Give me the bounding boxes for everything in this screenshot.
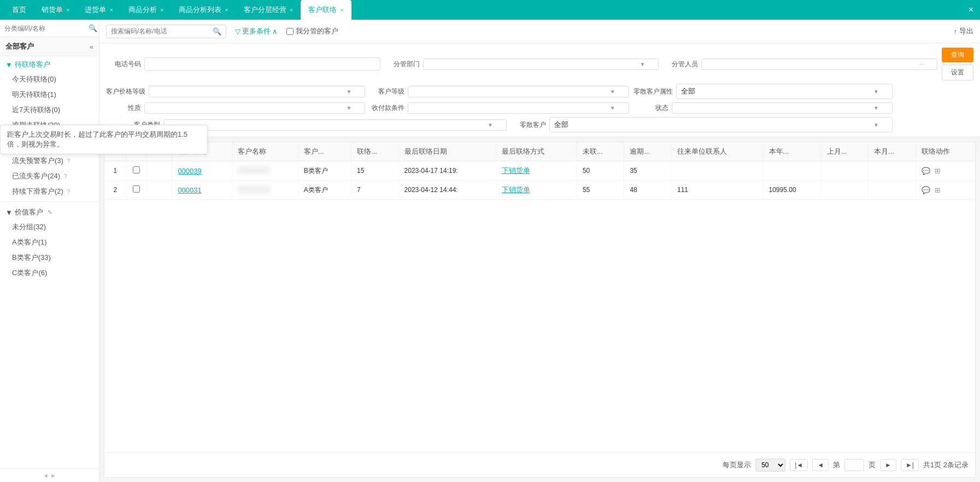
price-level-select[interactable]: ▼ — [149, 86, 365, 97]
row1-last-contact-method[interactable]: 下销货单 — [496, 161, 577, 181]
nav-item-sales[interactable]: 销货单 × — [34, 0, 77, 20]
row2-last-contact-date: 2023-04-12 14:44: — [398, 181, 496, 200]
sidebar-item-b-class[interactable]: B类客户(33) — [0, 250, 99, 265]
sidebar-item-7days[interactable]: 近7天待联络(0) — [0, 102, 99, 118]
page-number-input[interactable]: 1 — [844, 459, 864, 471]
query-button[interactable]: 查询 — [942, 48, 973, 62]
close-all-button[interactable]: × — [969, 5, 973, 15]
page-size-select[interactable]: 50 100 200 — [755, 458, 785, 472]
th-last-contact-method[interactable]: 最后联络方式 — [496, 142, 577, 161]
row1-customer-code[interactable]: 000039 — [172, 161, 232, 181]
sidebar-item-c-class[interactable]: C类客户(6) — [0, 265, 99, 281]
th-uncontacted[interactable]: 未联... — [577, 142, 624, 161]
price-level-label: 客户价格等级 — [106, 87, 149, 96]
search-icon[interactable]: 🔍 — [89, 24, 97, 32]
row2-contact-count: 7 — [351, 181, 399, 200]
th-overdue[interactable]: 逾期... — [624, 142, 672, 161]
sidebar-search-input[interactable] — [4, 25, 86, 32]
nav-item-analysis-list[interactable]: 商品分析列表 × — [171, 0, 236, 20]
filter-retail-attr: 零散客户属性 全部 ▼ — [633, 84, 893, 99]
close-icon-segment[interactable]: × — [290, 7, 293, 13]
th-contact-count[interactable]: 联络... — [351, 142, 399, 161]
table-header: ⚙ 客户编码 客户名称 客户... 联络... — [104, 142, 975, 161]
per-page-label: 每页显示 — [723, 460, 751, 470]
dept-select[interactable]: ▼ — [423, 59, 659, 70]
row2-this-year: 10995.00 — [763, 181, 821, 200]
row1-checkbox[interactable] — [126, 161, 146, 181]
retail-customer-select[interactable]: 全部 ▼ — [549, 117, 893, 132]
payment-select[interactable]: ▼ — [408, 102, 629, 114]
table-scroll[interactable]: ⚙ 客户编码 客户名称 客户... 联络... — [104, 142, 975, 452]
th-this-year[interactable]: 本年... — [763, 142, 821, 161]
th-last-month[interactable]: 上月... — [821, 142, 868, 161]
close-icon-analysis-list[interactable]: × — [225, 7, 228, 13]
row1-check[interactable] — [133, 166, 140, 173]
th-last-contact-date[interactable]: 最后联络日期 — [398, 142, 496, 161]
close-icon-purchase[interactable]: × — [109, 7, 113, 13]
close-icon-sales[interactable]: × — [66, 7, 69, 13]
status-select[interactable]: ▼ — [672, 102, 893, 114]
th-partner-contacts[interactable]: 往来单位联系人 — [671, 142, 763, 161]
row1-message-icon[interactable]: 💬 — [922, 167, 930, 175]
gender-select[interactable]: ▼ — [144, 102, 365, 114]
sidebar-item-churned[interactable]: 已流失客户(24) ? — [0, 169, 99, 184]
customer-type-select[interactable]: ▼ — [163, 119, 507, 131]
row2-check[interactable] — [133, 185, 140, 193]
last-page-button[interactable]: ►| — [901, 459, 919, 471]
th-customer-type[interactable]: 客户... — [298, 142, 351, 161]
row2-action-icons: 💬 ⊞ — [922, 186, 970, 194]
row2-last-contact-method[interactable]: 下销货单 — [496, 181, 577, 200]
customer-level-select[interactable]: ▼ — [408, 86, 629, 97]
first-page-button[interactable]: |◄ — [790, 459, 808, 471]
edit-icon-value[interactable]: ✎ — [48, 209, 52, 216]
dept-label: 分管部门 — [385, 60, 423, 69]
close-icon-contact[interactable]: × — [340, 7, 343, 13]
sidebar-item-tomorrow[interactable]: 明天待联络(1) — [0, 87, 99, 102]
more-conditions-btn[interactable]: ▽ 更多条件 ∧ — [231, 24, 282, 38]
sidebar-all-customers[interactable]: 全部客户 « — [0, 37, 99, 56]
sidebar-value-group[interactable]: ▼ 价值客户 ✎ — [0, 204, 99, 219]
sidebar-item-today[interactable]: 今天待联络(0) — [0, 72, 99, 87]
main-search-input[interactable] — [111, 27, 213, 35]
close-icon-analysis[interactable]: × — [160, 7, 163, 13]
row1-uncontacted: 50 — [577, 161, 624, 181]
sidebar-pending-group[interactable]: ▼ 待联络客户 — [0, 56, 99, 72]
th-this-month[interactable]: 本月... — [868, 142, 916, 161]
sidebar-item-churn-warning[interactable]: 流失预警客户(3) ? — [0, 153, 99, 169]
nav-item-purchase[interactable]: 进货单 × — [77, 0, 120, 20]
search-icon-main[interactable]: 🔍 — [213, 27, 221, 36]
row2-message-icon[interactable]: 💬 — [922, 186, 930, 194]
filter-phone: 电话号码 — [106, 57, 380, 71]
export-button[interactable]: ↑ 导出 — [954, 26, 974, 36]
next-page-button[interactable]: ► — [880, 459, 896, 471]
filter-status: 状态 ▼ — [633, 102, 893, 114]
nav-item-analysis[interactable]: 商品分析 × — [121, 0, 171, 20]
settings-button[interactable]: 设置 — [942, 65, 973, 80]
prev-page-button[interactable]: ◄ — [812, 459, 829, 471]
row2-grid-icon[interactable]: ⊞ — [935, 186, 941, 194]
row2-checkbox[interactable] — [126, 181, 146, 200]
my-customers-check[interactable] — [286, 28, 294, 35]
toolbar: 🔍 ▽ 更多条件 ∧ 我分管的客户 ↑ 导出 — [99, 20, 980, 43]
sidebar-item-ungrouped[interactable]: 未分组(32) — [0, 219, 99, 235]
row2-customer-code[interactable]: 000031 — [172, 181, 232, 200]
retail-attr-arrow: ▼ — [873, 89, 879, 95]
nav-item-home[interactable]: 首页 — [4, 0, 34, 20]
th-customer-name[interactable]: 客户名称 — [232, 142, 298, 161]
row2-customer-type: A类客户 — [298, 181, 351, 200]
collapse-icon[interactable]: « — [90, 43, 93, 51]
sidebar-item-declining[interactable]: 持续下滑客户(2) ? — [0, 184, 99, 199]
filter-price-level: 客户价格等级 ▼ — [106, 86, 365, 97]
nav-item-customer-contact[interactable]: 客户联络 × — [301, 0, 351, 20]
row1-actions: 💬 ⊞ — [916, 161, 975, 181]
sidebar-item-a-class[interactable]: A类客户(1) — [0, 235, 99, 250]
retail-attr-select[interactable]: 全部 ▼ — [676, 84, 893, 99]
chevron-down-icon-2: ▼ — [5, 208, 13, 217]
action-buttons: 查询 设置 — [942, 48, 973, 80]
filter-area: 电话号码 分管部门 ▼ 分管人员 ··· — [99, 43, 980, 137]
phone-input[interactable] — [144, 57, 380, 71]
nav-item-customer-segment[interactable]: 客户分层经营 × — [236, 0, 301, 20]
my-customers-checkbox[interactable]: 我分管的客户 — [286, 26, 338, 36]
person-select[interactable]: ··· — [701, 59, 937, 70]
row1-grid-icon[interactable]: ⊞ — [935, 167, 941, 175]
